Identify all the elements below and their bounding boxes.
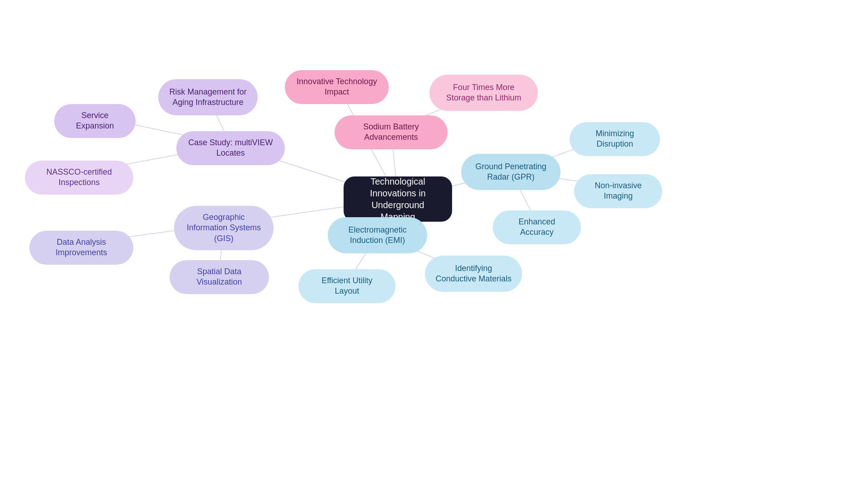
node-four-times[interactable]: Four Times More Storage than Lithium [429, 75, 538, 111]
node-enhanced-accuracy[interactable]: Enhanced Accuracy [493, 210, 581, 244]
node-case-study[interactable]: Case Study: multiVIEW Locates [176, 131, 285, 165]
node-innovative-tech[interactable]: Innovative Technology Impact [285, 70, 389, 104]
node-nassco[interactable]: NASSCO-certified Inspections [25, 161, 133, 195]
node-identifying-conductive[interactable]: Identifying Conductive Materials [425, 256, 522, 292]
node-service-expansion[interactable]: Service Expansion [54, 104, 136, 138]
node-non-invasive[interactable]: Non-invasive Imaging [574, 174, 662, 208]
node-minimizing[interactable]: Minimizing Disruption [570, 122, 660, 156]
mind-map-container: Technological Innovations in Underground… [0, 0, 868, 490]
node-center[interactable]: Technological Innovations in Underground… [344, 176, 452, 222]
node-efficient-utility[interactable]: Efficient Utility Layout [298, 269, 396, 303]
node-gpr[interactable]: Ground Penetrating Radar (GPR) [461, 154, 561, 190]
node-emi[interactable]: Electromagnetic Induction (EMI) [328, 217, 427, 253]
node-data-analysis[interactable]: Data Analysis Improvements [29, 231, 133, 265]
node-spatial-data[interactable]: Spatial Data Visualization [170, 260, 269, 294]
node-sodium-battery[interactable]: Sodium Battery Advancements [335, 115, 448, 149]
node-gis[interactable]: Geographic Information Systems (GIS) [174, 206, 274, 250]
node-risk-management[interactable]: Risk Management for Aging Infrastructure [158, 79, 258, 115]
